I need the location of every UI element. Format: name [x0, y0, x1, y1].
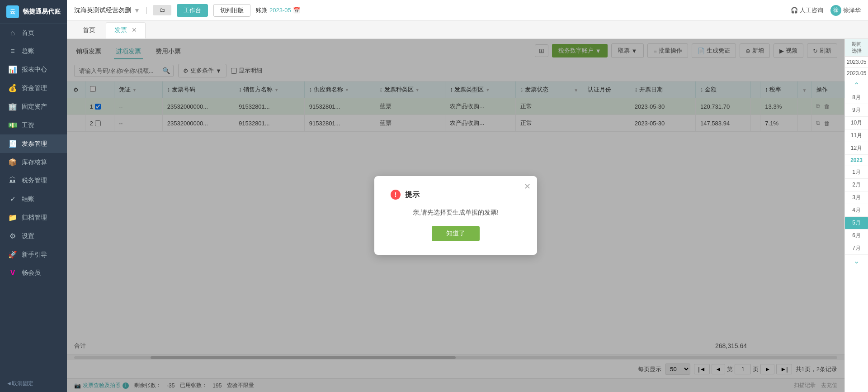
sidebar-label-inventory: 库存核算	[22, 158, 47, 167]
sidebar-item-archive[interactable]: 📁 归档管理	[0, 208, 67, 227]
sidebar-item-inventory[interactable]: 📦 库存核算	[0, 153, 67, 172]
sidebar-label-salary: 工资	[22, 121, 34, 129]
tab-close-icon[interactable]: ✕	[132, 26, 137, 33]
chevron-down-icon: ▼	[134, 7, 140, 14]
inventory-icon: 📦	[8, 158, 17, 167]
modal-title: 提示	[405, 190, 420, 200]
settings-icon: ⚙	[8, 232, 17, 240]
sidebar-label-invoice: 发票管理	[22, 140, 47, 148]
calendar-icon[interactable]: 📅	[293, 7, 300, 14]
headset-icon: 🎧	[791, 7, 798, 14]
period-item-4[interactable]: 4月	[845, 204, 868, 217]
service-label: 人工咨询	[800, 6, 823, 14]
sidebar-label-assets: 固定资产	[22, 103, 47, 111]
period-item-2023-05-top[interactable]: 2023.05	[845, 57, 868, 68]
sidebar-item-salary[interactable]: 💵 工资	[0, 116, 67, 134]
period-item-9[interactable]: 9月	[845, 104, 868, 117]
period-item-12[interactable]: 12月	[845, 142, 868, 155]
period-header: 期间 选择	[845, 39, 868, 57]
member-icon: V	[8, 269, 17, 277]
period-item-5[interactable]: 5月	[845, 217, 868, 229]
period-item-2[interactable]: 2月	[845, 179, 868, 191]
sidebar-label-closing: 结账	[22, 195, 34, 203]
company-name: 沈海英测试经营勿删	[74, 6, 131, 14]
sidebar-item-settings[interactable]: ⚙ 设置	[0, 227, 67, 245]
switch-version-button[interactable]: 切到旧版	[213, 4, 250, 17]
app-logo: 云 畅捷通易代账	[0, 0, 67, 24]
salary-icon: 💵	[8, 121, 17, 129]
guide-icon: 🚀	[8, 250, 17, 259]
period-selector: 期间 选择 2023.05 2023.05 ⌃ 8月 9月 10月 11月 12…	[844, 39, 868, 392]
period-expand-up[interactable]: ⌃	[845, 79, 868, 91]
period-value: 2023-05	[269, 7, 291, 14]
modal-title-row: ! 提示	[391, 190, 420, 200]
topbar: 沈海英测试经营勿删 ▼ | 🗂 工作台 切到旧版 账期 2023-05 📅 🎧 …	[67, 0, 868, 21]
user-avatar-icon: 徐	[830, 5, 841, 16]
capital-icon: 💰	[8, 84, 17, 92]
sidebar-label-tax: 税务管理	[22, 177, 47, 185]
sidebar-item-guide[interactable]: 🚀 新手引导	[0, 245, 67, 264]
period-item-6[interactable]: 6月	[845, 229, 868, 242]
sidebar-item-report[interactable]: 📊 报表中心	[0, 60, 67, 79]
sidebar-item-invoice[interactable]: 🧾 发票管理	[0, 134, 67, 153]
assets-icon: 🏢	[8, 102, 17, 111]
sidebar-item-closing[interactable]: ✓ 结账	[0, 190, 67, 208]
workspace-label: 工作台	[184, 7, 201, 14]
period-display: 账期 2023-05 📅	[256, 6, 300, 14]
user-menu[interactable]: 徐 徐泽华	[830, 5, 861, 16]
tab-invoice[interactable]: 发票 ✕	[106, 22, 146, 38]
period-header-label: 期间	[852, 41, 862, 47]
sidebar-label-settings: 设置	[22, 232, 34, 240]
sidebar-item-tax[interactable]: 🏛 税务管理	[0, 172, 67, 190]
period-expand-down[interactable]: ⌄	[845, 255, 868, 267]
company-selector[interactable]: 沈海英测试经营勿删 ▼	[74, 6, 140, 14]
tab-invoice-label: 发票	[114, 26, 127, 33]
topbar-right: 🎧 人工咨询 徐 徐泽华	[791, 5, 861, 16]
period-item-2023[interactable]: 2023	[845, 155, 868, 166]
sidebar-item-member[interactable]: V 畅会员	[0, 264, 67, 282]
period-item-2023-05-b[interactable]: 2023.05	[845, 68, 868, 79]
modal-close-button[interactable]: ✕	[524, 182, 531, 191]
period-label: 账期	[256, 6, 268, 14]
logo-icon: 云	[6, 5, 19, 18]
service-btn[interactable]: 🎧 人工咨询	[791, 6, 823, 14]
tab-home[interactable]: 首页	[74, 22, 104, 38]
tab-home-label: 首页	[83, 26, 95, 33]
modal-overlay: ! 提示 亲,请先选择要生成单据的发票! 知道了 ✕	[67, 39, 844, 392]
divider1: |	[146, 6, 147, 14]
warning-icon: !	[391, 190, 401, 200]
unpin-button[interactable]: ◄取消固定	[0, 375, 67, 392]
sidebar-label-ledger: 总账	[22, 47, 34, 55]
sidebar-label-home: 首页	[22, 29, 34, 37]
period-item-7[interactable]: 7月	[845, 242, 868, 255]
modal-dialog: ! 提示 亲,请先选择要生成单据的发票! 知道了 ✕	[374, 176, 537, 255]
modal-ok-button[interactable]: 知道了	[432, 226, 480, 241]
main-content: 沈海英测试经营勿删 ▼ | 🗂 工作台 切到旧版 账期 2023-05 📅 🎧 …	[67, 0, 868, 392]
archive-btn-icon: 🗂	[159, 7, 165, 14]
sidebar-label-member: 畅会员	[22, 269, 41, 277]
sidebar-item-ledger[interactable]: ≡ 总账	[0, 42, 67, 60]
sidebar-label-capital: 资金管理	[22, 84, 47, 92]
archive-icon-btn[interactable]: 🗂	[153, 5, 171, 15]
sidebar-label-report: 报表中心	[22, 66, 47, 74]
period-header-label2: 选择	[852, 48, 862, 53]
period-item-10[interactable]: 10月	[845, 117, 868, 129]
sidebar-item-home[interactable]: ⌂ 首页	[0, 24, 67, 42]
switch-label: 切到旧版	[220, 7, 244, 14]
unpin-label: ◄取消固定	[6, 380, 33, 387]
invoice-icon: 🧾	[8, 139, 17, 148]
ok-label: 知道了	[446, 229, 465, 237]
sidebar-item-capital[interactable]: 💰 资金管理	[0, 79, 67, 97]
modal-message: 亲,请先选择要生成单据的发票!	[413, 209, 499, 217]
tabbar: 首页 发票 ✕	[67, 21, 868, 39]
period-item-3[interactable]: 3月	[845, 191, 868, 204]
period-item-11[interactable]: 11月	[845, 129, 868, 142]
workspace-button[interactable]: 工作台	[177, 4, 208, 17]
period-item-1[interactable]: 1月	[845, 166, 868, 179]
ledger-icon: ≡	[8, 47, 17, 55]
home-icon: ⌂	[8, 29, 17, 37]
page-content: 销项发票 进项发票 费用小票 ⊞ 税务数字账户 ▼	[67, 39, 868, 392]
report-icon: 📊	[8, 65, 17, 74]
period-item-8[interactable]: 8月	[845, 91, 868, 104]
sidebar-item-assets[interactable]: 🏢 固定资产	[0, 97, 67, 116]
